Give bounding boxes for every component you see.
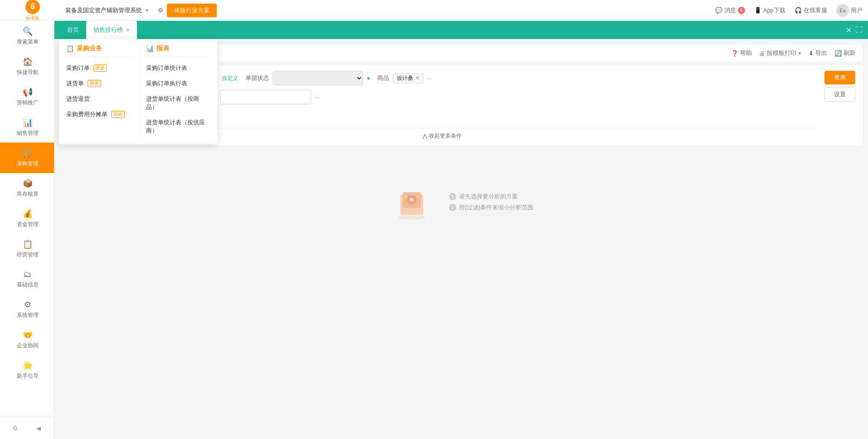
dropdown-goods-return[interactable]: 进货退货 — [66, 91, 131, 107]
dropdown-purchase-expense[interactable]: 采购费用分摊单 历史 — [66, 107, 131, 122]
purchase-order-hist: 历史 — [93, 64, 107, 72]
goods-receipt-label: 进货单 — [66, 79, 84, 88]
order-stat-label: 采购订单统计表 — [146, 64, 187, 72]
report-section-title: 📊 报表 — [146, 44, 211, 57]
dropdown-order-stat[interactable]: 采购订单统计表 — [146, 60, 211, 76]
dropdown-purchase-order[interactable]: 采购订单 历史 — [66, 60, 131, 76]
purchase-section-title: 📋 采购业务 — [66, 44, 131, 57]
receipt-stat-supplier-label: 进货单统计表（按供应商） — [146, 118, 211, 135]
purchase-section-icon: 📋 — [66, 45, 74, 52]
purchase-order-label: 采购订单 — [66, 64, 90, 72]
purchase-section-title-text: 采购业务 — [77, 44, 102, 53]
purchase-expense-label: 采购费用分摊单 — [66, 110, 107, 118]
dropdown-order-exec[interactable]: 采购订单执行表 — [146, 76, 211, 91]
goods-receipt-hist: 历史 — [88, 80, 101, 87]
receipt-stat-goods-label: 进货单统计表（按商品） — [146, 95, 211, 111]
dropdown-goods-receipt[interactable]: 进货单 历史 — [66, 76, 131, 91]
dropdown-report-section: 📊 报表 采购订单统计表 采购订单执行表 进货单统计表（按商品） 进货单统计表（… — [139, 44, 218, 138]
dropdown-receipt-stat-goods[interactable]: 进货单统计表（按商品） — [146, 91, 211, 115]
dropdown-receipt-stat-supplier[interactable]: 进货单统计表（按供应商） — [146, 115, 211, 138]
order-exec-label: 采购订单执行表 — [146, 79, 187, 88]
dropdown-menu: 📋 采购业务 采购订单 历史 进货单 历史 进货退货 采购费用分摊单 历史 — [59, 39, 218, 144]
dropdown-purchase-section: 📋 采购业务 采购订单 历史 进货单 历史 进货退货 采购费用分摊单 历史 — [59, 44, 138, 138]
purchase-expense-hist: 历史 — [111, 111, 125, 118]
goods-return-label: 进货退货 — [66, 95, 90, 103]
dropdown-sections: 📋 采购业务 采购订单 历史 进货单 历史 进货退货 采购费用分摊单 历史 — [59, 44, 218, 138]
report-section-title-text: 报表 — [156, 44, 169, 53]
dropdown-overlay[interactable]: 📋 采购业务 采购订单 历史 进货单 历史 进货退货 采购费用分摊单 历史 — [0, 0, 868, 439]
report-section-icon: 📊 — [146, 45, 154, 52]
